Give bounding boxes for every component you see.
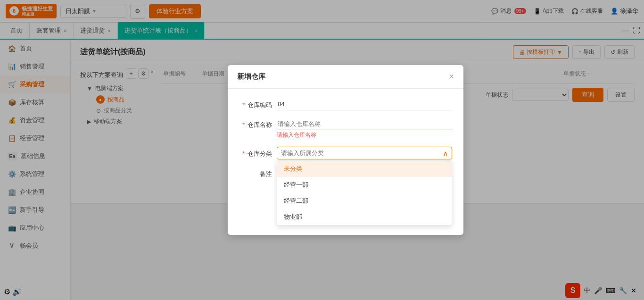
dropdown-item-1[interactable]: 经营一部: [277, 177, 452, 193]
category-dropdown-list: 未分类 经营一部 经营二部 物业部: [277, 160, 452, 225]
warehouse-code-label: * 仓库编码: [239, 98, 272, 109]
warehouse-name-label: * 仓库名称: [239, 118, 272, 129]
dropdown-arrow-icon[interactable]: ∧: [443, 149, 448, 158]
remark-label: 备注: [239, 167, 272, 178]
dropdown-item-3[interactable]: 物业部: [277, 209, 452, 225]
modal-body: * 仓库编码 * 仓库名称 请输入仓库名称 * 仓库分类: [228, 89, 463, 204]
category-dropdown-input[interactable]: [277, 147, 452, 159]
warehouse-code-row: * 仓库编码: [239, 98, 452, 110]
warehouse-code-input[interactable]: [277, 98, 452, 110]
warehouse-name-input-wrapper: 请输入仓库名称: [277, 118, 452, 139]
required-mark-code: *: [242, 101, 245, 108]
category-dropdown-wrapper: ∧ 未分类 经营一部 经营二部 物业部: [277, 147, 452, 159]
warehouse-category-label: * 仓库分类: [239, 147, 272, 158]
add-warehouse-modal: 新增仓库 × * 仓库编码 * 仓库名称 请输入仓库名称: [228, 65, 463, 235]
dropdown-item-0[interactable]: 未分类: [277, 161, 452, 177]
required-mark-category: *: [242, 150, 245, 157]
required-mark-name: *: [242, 121, 245, 128]
warehouse-name-error-msg: 请输入仓库名称: [277, 131, 452, 139]
modal-title: 新增仓库: [237, 72, 265, 81]
warehouse-name-input[interactable]: [277, 118, 452, 130]
modal-close-button[interactable]: ×: [449, 72, 454, 82]
warehouse-name-row: * 仓库名称 请输入仓库名称: [239, 118, 452, 139]
modal-header: 新增仓库 ×: [228, 65, 463, 89]
dropdown-item-2[interactable]: 经营二部: [277, 193, 452, 209]
warehouse-category-row: * 仓库分类 ∧ 未分类 经营一部 经营二部 物业部: [239, 147, 452, 159]
warehouse-code-input-wrapper: [277, 98, 452, 110]
